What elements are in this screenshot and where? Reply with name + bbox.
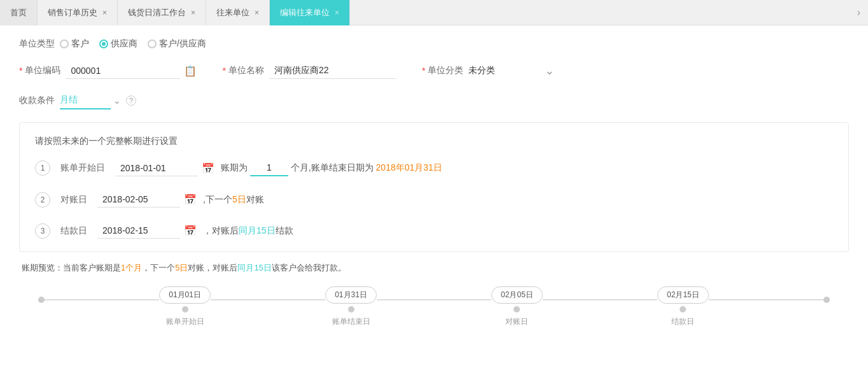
timeline-line-2 — [211, 299, 325, 300]
unit-code-label: 单位编码 — [25, 65, 60, 76]
radio-circle-customer — [60, 39, 69, 48]
radio-customer[interactable]: 客户 — [60, 38, 89, 50]
timeline-section: 01月01日 01月31日 02月05日 02月15日 — [19, 286, 849, 327]
main-content: 单位类型 客户 供应商 客户/供应商 * 单位编码 📋 * 单位名称 — [0, 25, 868, 387]
period-num-3: 3 — [35, 223, 50, 239]
period-row2-highlight: 5日 — [232, 194, 246, 204]
timeline-line-5 — [709, 299, 823, 300]
radio-supplier[interactable]: 供应商 — [99, 38, 137, 50]
period-config-box: 请按照未来的一个完整帐期进行设置 1 账单开始日 📅 账期为 个月,账单结束日期… — [19, 122, 849, 252]
tab-close-sales[interactable]: × — [102, 8, 107, 17]
unit-type-row: 单位类型 客户 供应商 客户/供应商 — [19, 38, 849, 50]
unit-info-row: * 单位编码 📋 * 单位名称 * 单位分类 未分类 ⌄ — [19, 62, 849, 79]
tab-cashflow[interactable]: 钱货日清工作台 × — [118, 0, 206, 25]
period-desc-1: 账期为 个月,账单结束日期为 2018年01月31日 — [221, 160, 442, 176]
unit-name-group: * 单位名称 — [222, 63, 396, 79]
radio-both[interactable]: 客户/供应商 — [148, 38, 206, 50]
timeline-dot-1 — [182, 306, 188, 313]
timeline-label-wrap-2: 账单结束日 — [326, 316, 377, 327]
radio-circle-supplier — [99, 39, 108, 48]
payment-terms-row: 收款条件 月结 ⌄ ? — [19, 92, 849, 109]
timeline-line-3 — [377, 299, 491, 300]
timeline-end-dot — [823, 297, 830, 303]
timeline-labels-row: 账单开始日 账单结束日 对账日 结款日 — [25, 313, 843, 327]
tab-partners[interactable]: 往来单位 × — [206, 0, 270, 25]
timeline-badge-2: 01月31日 — [325, 286, 377, 304]
period-end-date-highlight: 2018年01月31日 — [376, 162, 442, 172]
timeline-label-wrap-4: 结款日 — [657, 316, 708, 327]
tab-close-cashflow[interactable]: × — [191, 8, 195, 17]
category-select[interactable]: 未分类 ⌄ — [468, 62, 554, 79]
radio-circle-both — [148, 39, 157, 48]
period-date-input-1[interactable] — [115, 160, 198, 176]
timeline-badge-3: 02月05日 — [491, 286, 543, 304]
payment-terms-select[interactable]: 月结 ⌄ — [60, 92, 121, 109]
period-row-2: 2 对账日 📅 ,下一个5日对账 — [35, 192, 833, 208]
preview-highlight1: 1个月 — [121, 263, 142, 272]
calendar-icon-1[interactable]: 📅 — [202, 162, 214, 174]
timeline-start-dot — [38, 297, 45, 303]
period-date-input-2[interactable] — [97, 192, 180, 208]
timeline-label-1: 账单开始日 — [166, 316, 204, 327]
unit-code-icon[interactable]: 📋 — [184, 65, 197, 77]
unit-type-radio-group: 客户 供应商 客户/供应商 — [60, 38, 206, 50]
help-icon[interactable]: ? — [126, 95, 136, 106]
calendar-icon-3[interactable]: 📅 — [184, 225, 197, 237]
timeline-node-4: 02月15日 — [657, 286, 709, 313]
timeline-badge-1: 01月01日 — [159, 286, 211, 304]
calendar-icon-2[interactable]: 📅 — [184, 194, 197, 206]
unit-type-label: 单位类型 — [19, 38, 55, 50]
timeline-label-3: 对账日 — [505, 316, 528, 327]
period-desc-3: ，对账后同月15日结款 — [203, 225, 293, 237]
timeline-label-4: 结款日 — [671, 316, 694, 327]
timeline-node-1: 01月01日 — [159, 286, 211, 313]
timeline-dot-2 — [348, 306, 354, 313]
unit-name-label: 单位名称 — [228, 65, 264, 76]
required-star-name: * — [222, 66, 225, 76]
unit-code-input[interactable] — [66, 63, 180, 79]
timeline-badge-4: 02月15日 — [657, 286, 709, 304]
category-value: 未分类 — [468, 62, 545, 79]
tab-home[interactable]: 首页 — [0, 0, 38, 25]
timeline-line-4 — [543, 299, 657, 300]
preview-highlight2: 5日 — [175, 263, 188, 272]
payment-terms-label: 收款条件 — [19, 95, 55, 106]
period-desc-2: ,下一个5日对账 — [203, 194, 264, 206]
period-row-1: 1 账单开始日 📅 账期为 个月,账单结束日期为 2018年01月31日 — [35, 160, 833, 176]
timeline-node-2: 01月31日 — [325, 286, 377, 313]
timeline-label-wrap-1: 账单开始日 — [160, 316, 211, 327]
period-months-input[interactable] — [250, 160, 288, 176]
period-label-3: 结款日 — [60, 225, 87, 237]
timeline-dot-4 — [680, 306, 686, 313]
timeline-line-1 — [45, 299, 159, 300]
timeline-badges-row: 01月01日 01月31日 02月05日 02月15日 — [25, 286, 843, 313]
payment-terms-arrow[interactable]: ⌄ — [113, 95, 121, 106]
timeline-node-3: 02月05日 — [491, 286, 543, 313]
tab-bar: 首页 销售订单历史 × 钱货日清工作台 × 往来单位 × 编辑往来单位 × › — [0, 0, 868, 25]
period-num-1: 1 — [35, 160, 50, 176]
period-date-input-3[interactable] — [97, 223, 180, 239]
preview-highlight3: 同月15日 — [237, 263, 271, 272]
tab-close-partners[interactable]: × — [255, 8, 259, 17]
unit-category-group: * 单位分类 未分类 ⌄ — [422, 62, 554, 79]
period-row3-highlight: 同月15日 — [239, 225, 276, 236]
payment-terms-value: 月结 — [60, 92, 111, 109]
required-star-cat: * — [422, 66, 425, 76]
timeline-dot-3 — [514, 306, 520, 313]
unit-category-label: 单位分类 — [428, 65, 463, 76]
period-row-3: 3 结款日 📅 ，对账后同月15日结款 — [35, 223, 833, 239]
tab-edit-partner[interactable]: 编辑往来单位 × — [270, 0, 350, 25]
tab-more-button[interactable]: › — [850, 0, 868, 25]
timeline-label-wrap-3: 对账日 — [491, 316, 542, 327]
period-label-2: 对账日 — [60, 194, 87, 206]
period-num-2: 2 — [35, 192, 50, 208]
tab-close-edit[interactable]: × — [335, 8, 339, 17]
period-config-title: 请按照未来的一个完整帐期进行设置 — [35, 136, 833, 147]
period-label-1: 账单开始日 — [60, 162, 105, 174]
unit-name-input[interactable] — [269, 63, 396, 79]
unit-code-group: * 单位编码 📋 — [19, 63, 197, 79]
required-star-code: * — [19, 66, 22, 76]
tab-sales-history[interactable]: 销售订单历史 × — [38, 0, 118, 25]
category-dropdown-arrow[interactable]: ⌄ — [545, 64, 554, 78]
timeline-label-2: 账单结束日 — [332, 316, 370, 327]
